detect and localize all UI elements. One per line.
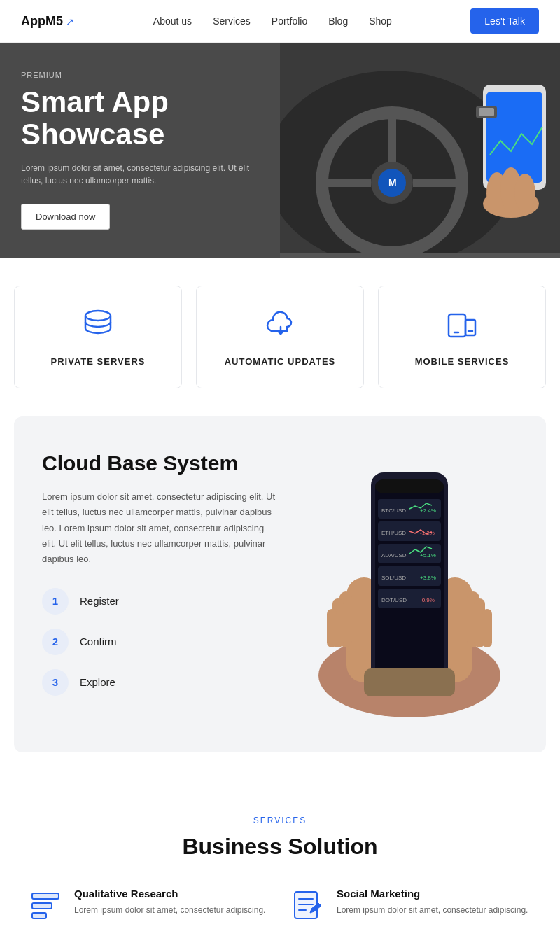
cloud-section: Cloud Base System Lorem ipsum dolor sit … [14,416,546,752]
qualitative-research-text: Qualitative Research Lorem ipsum dolor s… [74,888,265,916]
phone-hands-image: BTC/USD +2.4% ETH/USD -1.2% ADA/USD +5.1… [312,451,507,718]
svg-text:+5.1%: +5.1% [420,552,436,559]
step-2-number: 2 [42,629,69,655]
cloud-left-content: Cloud Base System Lorem ipsum dolor sit … [42,451,280,695]
step-explore: 3 Explore [42,669,280,696]
nav-link-blog[interactable]: Blog [328,15,348,27]
cloud-description: Lorem ipsum dolor sit amet, consectetur … [42,489,280,566]
svg-rect-34 [375,479,444,493]
svg-text:M: M [388,177,397,188]
qualitative-research-desc: Lorem ipsum dolor sit amet, consectetur … [74,904,265,916]
svg-text:SOL/USD: SOL/USD [382,575,406,581]
cloud-download-icon [262,307,298,345]
svg-text:+2.4%: +2.4% [420,507,436,514]
features-section: PRIVATE SERVERS AUTOMATIC UPDATES MOBILE… [0,258,560,416]
services-title: Business Solution [21,834,539,860]
feature-card-private-servers: PRIVATE SERVERS [14,286,182,388]
automatic-updates-label: AUTOMATIC UPDATES [225,356,336,367]
svg-point-14 [514,174,536,213]
nav-link-services[interactable]: Services [213,15,251,27]
navbar: AppM5 ↗ About us Services Portfolio Blog… [0,0,560,43]
svg-rect-31 [482,609,492,648]
social-marketing-text: Social Marketing Lorem ipsum dolor sit a… [337,888,528,916]
step-register: 1 Register [42,588,280,615]
svg-rect-20 [465,320,475,335]
service-social-marketing: Social Marketing Lorem ipsum dolor sit a… [290,888,532,923]
svg-rect-51 [32,893,59,899]
nav-link-about[interactable]: About us [153,15,192,27]
download-now-button[interactable]: Download now [21,204,110,230]
svg-text:DOT/USD: DOT/USD [382,597,407,603]
feature-card-automatic-updates: AUTOMATIC UPDATES [196,286,364,388]
steps-list: 1 Register 2 Confirm 3 Explore [42,588,280,696]
step-2-label: Confirm [80,636,117,648]
svg-rect-16 [479,108,494,116]
edit-icon [290,888,326,923]
social-marketing-name: Social Marketing [337,888,528,899]
svg-rect-55 [32,913,46,918]
cloud-section-wrapper: Cloud Base System Lorem ipsum dolor sit … [0,416,560,774]
cloud-right-image: BTC/USD +2.4% ETH/USD -1.2% ADA/USD +5.1… [301,451,518,718]
svg-rect-27 [327,609,337,648]
step-3-number: 3 [42,669,69,696]
lets-talk-button[interactable]: Les't Talk [470,8,539,34]
nav-links: About us Services Portfolio Blog Shop [153,15,392,27]
step-confirm: 2 Confirm [42,629,280,655]
svg-rect-53 [32,903,52,909]
hero-premium-label: PREMIUM [21,71,259,79]
hero-description: Lorem ipsum dolor sit amet, consectetur … [21,162,259,187]
step-3-label: Explore [80,676,115,688]
logo-arrow-icon: ↗ [66,16,74,27]
hero-title: Smart App Showcase [21,86,259,150]
step-1-number: 1 [42,588,69,615]
feature-card-mobile-services: MOBILE SERVICES [378,286,546,388]
svg-text:+3.8%: +3.8% [420,575,436,581]
svg-text:ETH/USD: ETH/USD [382,530,406,536]
hero-car-image: M [280,43,560,253]
nav-logo: AppM5 ↗ [21,14,74,29]
step-1-label: Register [80,595,119,607]
hero-image: M [280,43,560,258]
svg-point-17 [85,311,111,321]
nav-link-shop[interactable]: Shop [369,15,392,27]
database-icon [80,307,115,345]
service-qualitative-research: Qualitative Research Lorem ipsum dolor s… [28,888,270,923]
services-section: SERVICES Business Solution Qualitative R… [0,774,560,945]
service-items: Qualitative Research Lorem ipsum dolor s… [21,888,539,923]
private-servers-label: PRIVATE SERVERS [51,356,146,367]
qualitative-research-name: Qualitative Research [74,888,265,899]
svg-text:BTC/USD: BTC/USD [382,507,406,514]
mobile-services-label: MOBILE SERVICES [415,356,510,367]
hero-content: PREMIUM Smart App Showcase Lorem ipsum d… [0,43,280,258]
social-marketing-desc: Lorem ipsum dolor sit amet, consectetur … [337,904,528,916]
nav-link-portfolio[interactable]: Portfolio [272,15,307,27]
devices-icon [444,307,479,345]
logo-text: AppM5 [21,14,63,28]
list-icon [28,888,63,923]
svg-text:ADA/USD: ADA/USD [382,552,407,559]
services-section-label: SERVICES [21,816,539,825]
svg-rect-50 [364,668,455,696]
hero-section: PREMIUM Smart App Showcase Lorem ipsum d… [0,43,560,258]
cloud-title: Cloud Base System [42,451,280,475]
svg-text:-0.9%: -0.9% [420,597,435,603]
